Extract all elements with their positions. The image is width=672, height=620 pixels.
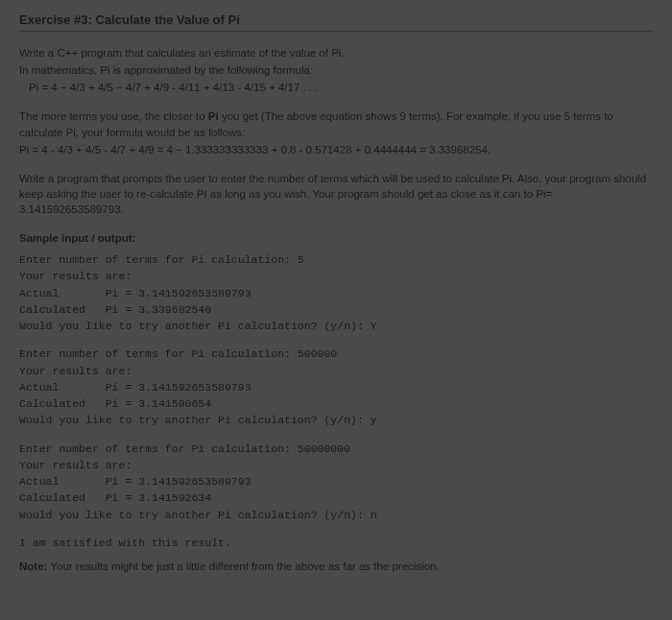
explain-pi-bold: Pi	[208, 110, 219, 122]
note-line: Note: Your results might be just a littl…	[19, 559, 653, 574]
exercise-title: Exercise #3: Calculate the Value of Pi	[19, 12, 653, 32]
sample-run-3: Enter number of terms for Pi calculation…	[19, 441, 653, 523]
intro-line-1: Write a C++ program that calculates an e…	[19, 45, 653, 60]
note-label: Note:	[19, 560, 47, 572]
explanation-para: The more terms you use, the closer to Pi…	[19, 108, 653, 139]
sample-io-header: Sample input / output:	[19, 230, 653, 246]
formula-example: Pi = 4 - 4/3 + 4/5 - 4/7 + 4/9 = 4 − 1.3…	[19, 142, 653, 157]
intro-line-2: In mathematics, Pi is approximated by th…	[19, 62, 653, 78]
explain-text-a: The more terms you use, the closer to	[19, 110, 208, 122]
sample-run-2: Enter number of terms for Pi calculation…	[19, 346, 653, 428]
sample-run-1: Enter number of terms for Pi calculation…	[19, 251, 653, 334]
formula-main: Pi = 4 − 4/3 + 4/5 − 4/7 + 4/9 - 4/11 + …	[29, 80, 653, 95]
instructions-para: Write a program that prompts the user to…	[19, 171, 653, 217]
satisfied-line: I am satisfied with this result.	[19, 535, 653, 551]
note-text: Your results might be just a little diff…	[47, 560, 439, 572]
